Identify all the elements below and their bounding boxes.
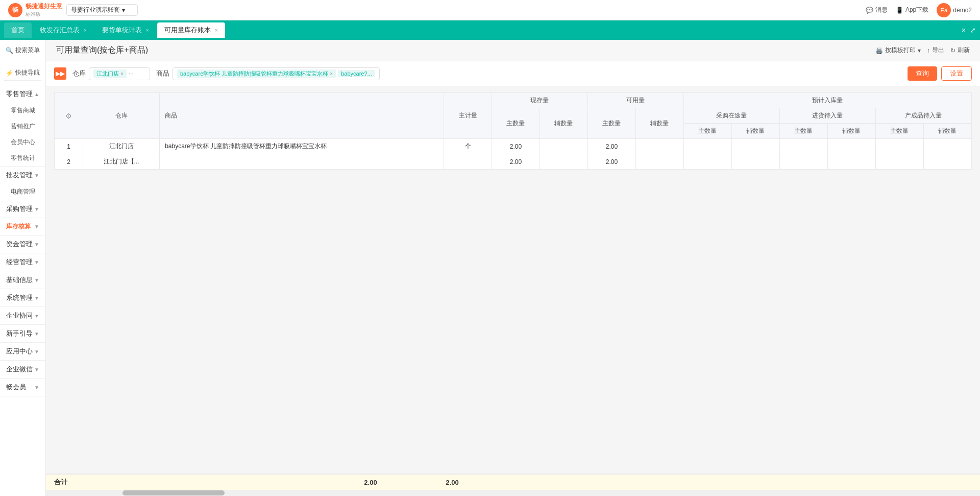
sidebar-group-member-title[interactable]: 畅会员 ▼: [0, 379, 45, 396]
settings-btn[interactable]: 设置: [941, 66, 972, 81]
row1-ip-sub: [827, 139, 875, 154]
app-download-btn[interactable]: 📱 App下载: [896, 6, 928, 14]
th-production-pending: 产成品待入量: [875, 108, 971, 124]
tab-receipt-summary[interactable]: 收发存汇总表 ×: [33, 22, 94, 38]
sidebar-group-enterprise: 企业协同 ▼: [0, 307, 45, 325]
sidebar: 🔍 搜索菜单 ⚡ 快捷导航 零售管理 ▲ 零售商城 营销推广 会员中心 零售统计…: [0, 40, 46, 496]
product-input[interactable]: babycare学饮杯 儿童防摔防撞吸管杯重力球吸嘴杯宝宝水杯 × babyca…: [173, 67, 380, 80]
chevron-down-icon-print: ▾: [918, 47, 921, 54]
row1-product: babycare学饮杯 儿童防摔防撞吸管杯重力球吸嘴杯宝宝水杯: [160, 139, 444, 154]
filter-expand-btn[interactable]: ▶▶: [54, 67, 66, 80]
product-tag-2: babycare?...: [338, 70, 375, 77]
sidebar-group-sys-title[interactable]: 系统管理 ▼: [0, 289, 45, 306]
row1-inv-main: 2.00: [492, 139, 540, 154]
th-pp-sub: 辅数量: [923, 124, 971, 139]
th-incoming-pending: 进货待入量: [779, 108, 875, 124]
total-inv-main: 2.00: [350, 479, 391, 486]
table-area: ⚙ 仓库 商品 主计量 现存量 可用量 预计入库量 主数量 辅数量 主数量 辅数…: [46, 86, 980, 474]
sidebar-group-appcenter-title[interactable]: 应用中心 ▼: [0, 343, 45, 360]
tab-available-stock[interactable]: 可用量库存账本 ×: [157, 22, 225, 38]
chevron-down-icon5: ▼: [34, 259, 39, 265]
sidebar-group-wechat: 企业微信 ▼: [0, 361, 45, 379]
quick-nav-btn[interactable]: ⚡ 快捷导航: [4, 65, 41, 81]
chevron-down-icon4: ▼: [34, 242, 39, 247]
print-icon: 🖨️: [875, 47, 883, 54]
enterprise-collab-label: 企业协同: [6, 311, 33, 320]
sidebar-group-wechat-title[interactable]: 企业微信 ▼: [0, 361, 45, 378]
page-title: 可用量查询(按仓库+商品): [56, 45, 148, 56]
sidebar-item-members[interactable]: 会员中心: [0, 134, 45, 150]
sidebar-quicknav-section: ⚡ 快捷导航: [0, 61, 45, 85]
close-order-tab-icon[interactable]: ×: [146, 28, 149, 33]
top-bar-right: 💬 消息 📱 App下载 Ea demo2: [866, 3, 972, 17]
tab-order-stats[interactable]: 要货单统计表 ×: [95, 22, 156, 38]
sidebar-group-retail-title[interactable]: 零售管理 ▲: [0, 85, 45, 103]
sidebar-group-finance: 资金管理 ▼: [0, 235, 45, 253]
close-receipt-tab-icon[interactable]: ×: [84, 28, 87, 33]
sidebar-group-stock-title[interactable]: 库存核算 ▼: [0, 218, 45, 235]
row2-warehouse: 江北门店【...: [83, 154, 160, 170]
th-product: 商品: [160, 93, 444, 139]
row2-inv-sub: [540, 154, 587, 170]
top-bar: 畅 畅捷通好生意 标准版 母婴行业演示账套 ▾ 💬 消息 📱 App下载 Ea …: [0, 0, 980, 20]
horizontal-scrollbar[interactable]: [46, 490, 980, 496]
row2-no: 2: [55, 154, 83, 170]
chevron-down-icon9: ▼: [34, 331, 39, 337]
content-area: 可用量查询(按仓库+商品) 🖨️ 按模板打印 ▾ ↑ 导出 ↻ 刷新 ▶▶: [46, 40, 980, 496]
chevron-down-icon11: ▼: [34, 367, 39, 372]
warehouse-tag-value: 江北门店: [96, 70, 119, 78]
sidebar-group-stock: 库存核算 ▼: [0, 218, 45, 235]
warehouse-more-icon[interactable]: ···: [129, 70, 134, 77]
logo-text: 畅捷通好生意: [26, 2, 62, 11]
chevron-down-icon: ▼: [34, 173, 39, 178]
expand-icon[interactable]: ⤢: [970, 26, 976, 34]
user-menu[interactable]: Ea demo2: [937, 3, 972, 17]
row1-pt-sub: [731, 139, 779, 154]
sidebar-group-enterprise-title[interactable]: 企业协同 ▼: [0, 307, 45, 324]
settings-icon[interactable]: ⚙: [65, 112, 72, 120]
remove-warehouse-tag-icon[interactable]: ×: [120, 71, 124, 77]
purchase-mgmt-label: 采购管理: [6, 204, 33, 214]
message-btn[interactable]: 💬 消息: [866, 6, 888, 14]
username: demo2: [953, 7, 972, 14]
row1-ip-main: [779, 139, 827, 154]
chevron-down-icon8: ▼: [34, 313, 39, 319]
chevron-up-icon: ▲: [34, 91, 39, 97]
top-bar-left: 畅 畅捷通好生意 标准版 母婴行业演示账套 ▾: [8, 2, 138, 18]
chevron-down-icon3: ▼: [34, 224, 39, 229]
row2-pt-sub: [731, 154, 779, 170]
scrollbar-thumb[interactable]: [122, 490, 225, 495]
row2-product: [160, 154, 444, 170]
sidebar-group-wholesale-title[interactable]: 批发管理 ▼: [0, 167, 45, 184]
print-template-btn[interactable]: 🖨️ 按模板打印 ▾: [875, 46, 921, 55]
tab-home[interactable]: 首页: [4, 22, 32, 38]
sidebar-group-finance-title[interactable]: 资金管理 ▼: [0, 235, 45, 253]
tenant-selector[interactable]: 母婴行业演示账套 ▾: [66, 4, 138, 16]
close-all-tabs-icon[interactable]: ×: [962, 26, 966, 34]
product-tag-1-value: babycare学饮杯 儿童防摔防撞吸管杯重力球吸嘴杯宝宝水杯: [180, 70, 328, 78]
row2-avail-main: 2.00: [587, 154, 635, 170]
logo-icon: 畅: [8, 3, 22, 17]
basic-info-label: 基础信息: [6, 275, 33, 285]
search-menu-btn[interactable]: 🔍 搜索菜单: [4, 44, 41, 57]
sidebar-item-retail-mall[interactable]: 零售商城: [0, 103, 45, 119]
query-btn[interactable]: 查询: [908, 66, 937, 81]
sidebar-item-marketing[interactable]: 营销推广: [0, 119, 45, 134]
app-label: App下载: [905, 6, 928, 14]
sidebar-group-guide: 新手引导 ▼: [0, 325, 45, 343]
sidebar-group-basic-title[interactable]: 基础信息 ▼: [0, 271, 45, 289]
sidebar-group-purchase-title[interactable]: 采购管理 ▼: [0, 200, 45, 218]
chevron-down-icon12: ▼: [34, 385, 39, 390]
warehouse-input[interactable]: 江北门店 × ···: [89, 67, 150, 80]
search-menu-label: 搜索菜单: [15, 46, 40, 55]
sidebar-item-retail-stats[interactable]: 零售统计: [0, 150, 45, 166]
stock-check-label[interactable]: 库存核算: [6, 222, 31, 231]
remove-product-tag1-icon[interactable]: ×: [330, 71, 333, 77]
retail-mgmt-label: 零售管理: [6, 89, 33, 99]
sidebar-item-ecommerce[interactable]: 电商管理: [0, 184, 45, 200]
sidebar-group-guide-title[interactable]: 新手引导 ▼: [0, 325, 45, 342]
close-available-tab-icon[interactable]: ×: [215, 28, 218, 33]
export-btn[interactable]: ↑ 导出: [927, 46, 944, 55]
refresh-btn[interactable]: ↻ 刷新: [950, 46, 970, 55]
sidebar-group-ops-title[interactable]: 经营管理 ▼: [0, 253, 45, 271]
